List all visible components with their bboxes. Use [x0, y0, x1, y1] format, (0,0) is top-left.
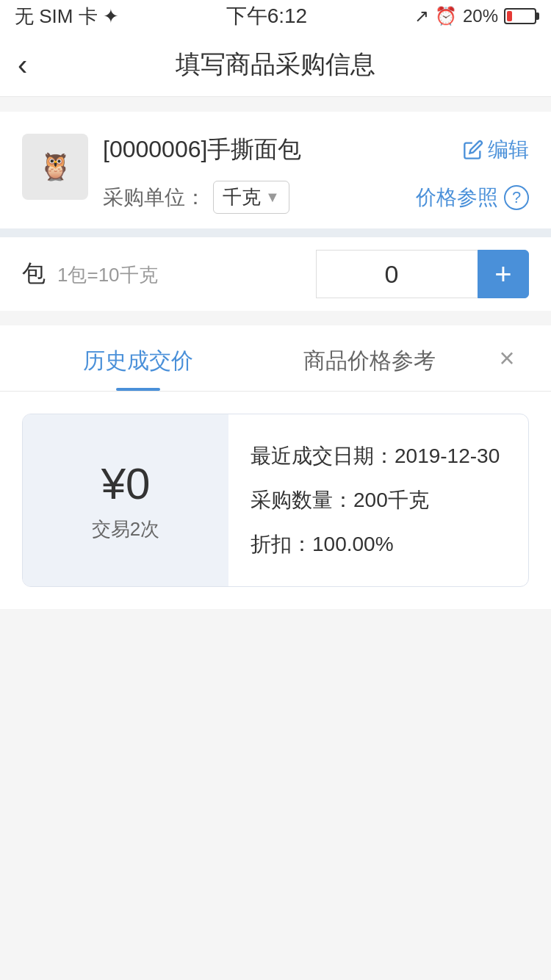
product-logo: 🦉: [22, 134, 88, 200]
tab-product-price-ref-label: 商品价格参考: [303, 348, 436, 372]
battery-percent: 20%: [463, 6, 498, 26]
status-time: 下午6:12: [226, 2, 308, 30]
unit-row: 采购单位： 千克 ▼ 价格参照 ?: [103, 181, 529, 214]
help-symbol: ?: [512, 188, 521, 207]
detail-qty-value: 200千克: [353, 489, 429, 511]
edit-icon: [463, 140, 483, 160]
product-code: [0000006]: [103, 136, 207, 162]
qty-controls: +: [316, 250, 529, 298]
page-header: ‹ 填写商品采购信息: [0, 32, 551, 97]
tab-history-price-label: 历史成交价: [83, 348, 193, 372]
unit-left: 采购单位： 千克 ▼: [103, 181, 289, 214]
status-left: 无 SIM 卡 ✦: [15, 4, 119, 29]
content-area: [0, 609, 551, 980]
price-ref-label: 价格参照: [416, 184, 498, 212]
battery-indicator: [504, 8, 536, 24]
qty-left: 包 1包=10千克: [22, 258, 158, 290]
product-row: 🦉 [0000006]手撕面包 编辑 采购单位：: [22, 134, 529, 214]
product-info: [0000006]手撕面包 编辑 采购单位： 千克 ▼: [103, 134, 529, 214]
card-right: 最近成交日期：2019-12-30 采购数量：200千克 折扣：100.00%: [228, 414, 528, 586]
help-icon: ?: [504, 185, 529, 210]
unit-value: 千克: [223, 184, 261, 210]
qty-note: 1包=10千克: [57, 262, 158, 288]
product-logo-icon: 🦉: [39, 151, 72, 182]
price-card: ¥0 交易2次 最近成交日期：2019-12-30 采购数量：200千克 折扣：…: [22, 414, 529, 587]
status-bar: 无 SIM 卡 ✦ 下午6:12 ↗ ⏰ 20%: [0, 0, 551, 32]
tab-product-price-ref[interactable]: 商品价格参考: [253, 325, 485, 391]
card-left: ¥0 交易2次: [23, 414, 228, 586]
tab-history-price[interactable]: 历史成交价: [22, 325, 253, 391]
product-name: [0000006]手撕面包: [103, 134, 301, 166]
detail-discount-label: 折扣：: [251, 533, 312, 555]
detail-row-discount: 折扣：100.00%: [251, 529, 506, 560]
product-title: 手撕面包: [207, 136, 301, 162]
detail-row-date: 最近成交日期：2019-12-30: [251, 441, 506, 472]
alarm-icon: ⏰: [435, 6, 457, 26]
price-reference-button[interactable]: 价格参照 ?: [416, 184, 529, 212]
card-container: ¥0 交易2次 最近成交日期：2019-12-30 采购数量：200千克 折扣：…: [0, 392, 551, 609]
tabs-header: 历史成交价 商品价格参考 ×: [0, 325, 551, 392]
quantity-section: 包 1包=10千克 +: [0, 237, 551, 311]
product-name-row: [0000006]手撕面包 编辑: [103, 134, 529, 166]
tab-close-button[interactable]: ×: [485, 336, 529, 381]
detail-discount-value: 100.00%: [312, 533, 394, 555]
qty-plus-button[interactable]: +: [478, 250, 529, 298]
detail-row-qty: 采购数量：200千克: [251, 485, 506, 516]
location-icon: ↗: [414, 6, 429, 26]
back-button[interactable]: ‹: [18, 50, 27, 79]
edit-label: 编辑: [488, 136, 529, 164]
detail-date-value: 2019-12-30: [395, 444, 500, 467]
tabs-section: 历史成交价 商品价格参考 × ¥0 交易2次 最近成交日期：2019-12-30…: [0, 325, 551, 609]
dropdown-arrow-icon: ▼: [265, 189, 280, 206]
status-right: ↗ ⏰ 20%: [414, 6, 536, 26]
edit-button[interactable]: 编辑: [463, 136, 529, 164]
detail-date-label: 最近成交日期：: [251, 444, 395, 467]
unit-label: 采购单位：: [103, 184, 206, 212]
price-value: 0: [126, 459, 150, 508]
qty-unit: 包: [22, 258, 46, 290]
sim-status: 无 SIM 卡 ✦: [15, 4, 119, 29]
product-section: 🦉 [0000006]手撕面包 编辑 采购单位：: [0, 112, 551, 228]
unit-select[interactable]: 千克 ▼: [213, 181, 289, 214]
currency-symbol: ¥: [101, 459, 126, 508]
card-price: ¥0: [101, 458, 151, 509]
detail-qty-label: 采购数量：: [251, 489, 353, 511]
page-title: 填写商品采购信息: [176, 48, 375, 82]
card-transactions: 交易2次: [92, 516, 159, 542]
quantity-input[interactable]: [316, 250, 478, 298]
divider-bar: [0, 228, 551, 237]
